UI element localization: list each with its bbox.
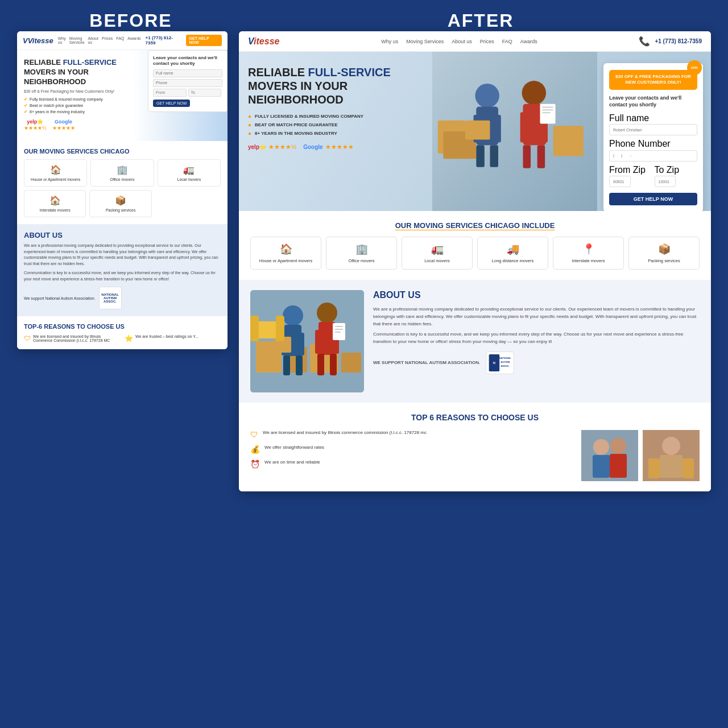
svg-rect-37 <box>330 354 337 375</box>
svg-rect-24 <box>341 353 361 373</box>
svg-rect-41 <box>335 332 341 333</box>
after-google-rating: Google ★★★★★ <box>303 143 353 151</box>
before-reasons: 🛡 We are licensed and insured by Illinoi… <box>24 334 221 342</box>
after-about-p1: We are a professional moving company ded… <box>373 306 700 328</box>
svg-rect-29 <box>283 355 290 375</box>
after-reason-3: ⏰ We are on time and reliable <box>250 460 573 469</box>
after-service-longdist: 🚚Long distance movers <box>477 237 548 270</box>
before-google-rating: Google ★★★★★ <box>52 119 75 131</box>
svg-rect-18 <box>542 109 553 110</box>
after-phone: +1 (773) 812-7359 <box>655 38 702 44</box>
after-phone-input[interactable] <box>609 150 697 162</box>
before-fullname-input[interactable] <box>153 69 222 77</box>
yelp-stars: ★★★★½ <box>268 143 296 151</box>
google-logo: Google <box>303 144 322 150</box>
before-services: OUR MOVING SERVICES CHICAGO 🏠House or Ap… <box>17 141 228 224</box>
after-service-local: 🚛Local movers <box>402 237 473 270</box>
before-cta-btn[interactable]: GET HELP NOW <box>186 35 222 46</box>
top6-img-2 <box>643 430 700 481</box>
after-service-office: 🏢Office movers <box>326 237 397 270</box>
svg-rect-39 <box>335 326 343 327</box>
svg-rect-19 <box>542 112 551 113</box>
reason-icon-1: 🛡 <box>250 430 258 439</box>
after-about-p2: Communication is key to a successful mov… <box>373 331 700 346</box>
after-bullets: ● FULLY LICENSED & INSURED MOVING COMPAN… <box>248 113 391 136</box>
before-autism: We support National Autism Association. … <box>24 287 221 309</box>
fullname-label: Full name <box>609 113 697 123</box>
after-ratings: yelp⭐ ★★★★½ Google ★★★★★ <box>248 143 391 151</box>
trust-badge: 100% <box>687 60 702 75</box>
after-bullet-3: ● 8+ YEARS IN THE MOVING INDUSTRY <box>248 130 391 136</box>
fromzip-label: From Zip <box>609 165 652 175</box>
office-icon: 🏢 <box>330 243 393 255</box>
before-phone-input[interactable] <box>153 79 222 87</box>
before-logo: VVitesse <box>23 36 53 45</box>
after-bullet-1: ● FULLY LICENSED & INSURED MOVING COMPAN… <box>248 113 391 119</box>
before-phone: +1 (773) 812-7359 <box>146 35 181 46</box>
svg-point-57 <box>662 437 680 455</box>
before-autism-text: We support National Autism Association. <box>24 296 96 300</box>
after-tozip-input[interactable] <box>655 176 676 187</box>
pin-icon: 📍 <box>557 243 620 255</box>
before-nav-links: Why us Moving Services About us Prices F… <box>58 36 141 44</box>
top6-img-1 <box>581 430 638 481</box>
after-reason-1: 🛡 We are licensed and insured by Illinoi… <box>250 430 573 439</box>
before-hero: RELIABLE FULL-SERVICE MOVERS IN YOUR NEI… <box>17 50 228 141</box>
svg-rect-58 <box>660 455 682 478</box>
after-service-packing: 📦Packing services <box>628 237 700 270</box>
before-reason-1: 🛡 We are licensed and insured by Illinoi… <box>24 334 120 342</box>
before-fromzip-input[interactable] <box>153 89 187 97</box>
after-fromzip-input[interactable] <box>609 176 631 187</box>
svg-rect-8 <box>490 145 499 167</box>
after-headline: RELIABLE FULL-SERVICE MOVERS IN YOUR NEI… <box>248 65 391 106</box>
svg-rect-28 <box>297 333 304 355</box>
svg-rect-59 <box>648 458 660 478</box>
svg-rect-2 <box>553 126 584 156</box>
after-service-interstate: 📍Interstate movers <box>553 237 624 270</box>
after-services-heading: OUR MOVING SERVICES CHICAGO INCLUDE <box>250 221 700 230</box>
svg-rect-36 <box>317 354 324 375</box>
before-reason-text-1: We are licensed and insured by Illinois … <box>33 334 120 342</box>
after-nav-links: Why us Moving Services About us Prices F… <box>286 39 632 44</box>
svg-rect-15 <box>537 145 545 168</box>
after-about-text: ABOUT US We are a professional moving co… <box>373 290 700 374</box>
svg-text:NATIONAL: NATIONAL <box>499 357 512 359</box>
before-service-house: 🏠House or Apartment movers <box>24 159 87 187</box>
svg-point-3 <box>475 84 499 108</box>
svg-rect-12 <box>520 112 528 142</box>
after-nav: Vitesse Why us Moving Services About us … <box>239 31 711 52</box>
before-services-grid: 🏠House or Apartment movers 🏢Office mover… <box>24 159 221 187</box>
after-fullname-input[interactable] <box>609 124 697 135</box>
before-tozip-input[interactable] <box>188 89 222 97</box>
google-stars: ★★★★★ <box>325 143 354 151</box>
about-image <box>250 290 364 392</box>
svg-rect-60 <box>682 458 694 478</box>
before-about-heading: ABOUT US <box>24 231 221 239</box>
svg-rect-6 <box>493 115 501 142</box>
before-nav: VVitesse Why us Moving Services About us… <box>17 31 228 50</box>
yelp-logo: yelp⭐ <box>248 144 266 150</box>
after-top6-heading: TOP 6 REASONS TO CHOOSE US <box>250 413 700 422</box>
reason-text-1: We are licensed and insured by Illinois … <box>263 430 427 435</box>
after-service-house: 🏠House or Apartment movers <box>250 237 321 270</box>
before-form-submit[interactable]: GET HELP NOW <box>153 100 190 107</box>
after-phone-area: 📞 +1 (773) 812-7359 <box>639 36 702 47</box>
before-about-p1: We are a professional moving company ded… <box>24 243 221 267</box>
svg-rect-53 <box>593 455 610 478</box>
after-cta-orange: $30 OFF & FREE PACKAGING FOR NEW CUSTOME… <box>609 70 697 90</box>
truck-icon: 🚛 <box>406 243 469 255</box>
svg-rect-7 <box>476 145 485 167</box>
box-icon: 📦 <box>632 243 696 255</box>
phone-icon: 📞 <box>639 36 650 47</box>
svg-text:N: N <box>493 361 495 365</box>
before-autism-logo: NATIONALAUTISMASSOC. <box>99 287 122 309</box>
after-top6-images <box>581 430 700 481</box>
svg-point-25 <box>283 305 303 326</box>
svg-rect-9 <box>465 121 490 140</box>
before-services-heading: OUR MOVING SERVICES CHICAGO <box>24 148 221 155</box>
after-reason-2: 💰 We offer straightforward rates <box>250 445 573 454</box>
after-contact-form: $30 OFF & FREE PACKAGING FOR NEW CUSTOME… <box>603 63 703 211</box>
before-contact-form: Leave your contacts and we'll contact yo… <box>148 50 228 112</box>
after-services-grid: 🏠House or Apartment movers 🏢Office mover… <box>250 237 700 270</box>
after-get-help-btn[interactable]: GET HELP NOW <box>609 193 697 205</box>
